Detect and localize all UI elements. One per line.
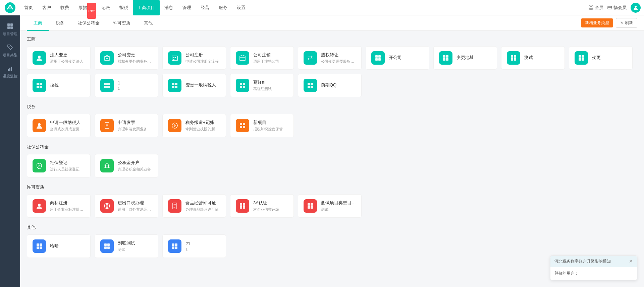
- card-0-9[interactable]: 拉拉: [27, 74, 91, 97]
- card-3-0[interactable]: 商标注册用于企业商标注册服务: [27, 194, 91, 218]
- card-name-0-7: 测试: [524, 55, 559, 61]
- card-icon-0-5: [371, 51, 385, 65]
- card-icon-2-0: [33, 159, 46, 172]
- card-name-4-1: 刘聪测试: [118, 240, 153, 246]
- card-name-0-6: 变更地址: [457, 55, 491, 61]
- card-0-1[interactable]: 公司变更股权变更外的业务变更: [95, 46, 158, 70]
- card-3-3[interactable]: 3A认证对企业信誉评级: [230, 194, 294, 218]
- card-3-4[interactable]: 测试项目类型目定义测试: [298, 194, 362, 218]
- card-name-0-9: 拉拉: [50, 82, 85, 88]
- card-0-7[interactable]: 测试: [501, 46, 565, 70]
- card-2-0[interactable]: 社保登记进行人员社保登记: [27, 154, 91, 177]
- card-1-2[interactable]: 税务报道+记账拿到营业执照的新公司: [162, 114, 226, 137]
- nav-service[interactable]: 服务: [214, 0, 232, 15]
- svg-rect-46: [172, 83, 174, 85]
- notification-header: 河北税务数字账户升级影响通知 ✕: [550, 256, 637, 267]
- card-0-11[interactable]: 变更一般纳税人: [162, 74, 226, 97]
- card-icon-3-0: [33, 199, 46, 213]
- nav-home[interactable]: 首页: [19, 0, 38, 15]
- svg-rect-74: [243, 206, 245, 209]
- card-name-0-4: 股权转让: [321, 52, 356, 58]
- add-type-button[interactable]: 新增业务类型: [581, 18, 613, 27]
- sidebar-item-project-type[interactable]: 项目类型: [0, 40, 20, 61]
- svg-point-68: [38, 204, 41, 206]
- tab-tax[interactable]: 税务: [49, 15, 71, 31]
- card-4-2[interactable]: 211: [162, 234, 226, 258]
- nav-settings[interactable]: 设置: [232, 0, 250, 15]
- card-name-0-2: 公司注册: [185, 52, 220, 58]
- card-icon-4-0: [33, 239, 46, 253]
- nav-manage[interactable]: 管理: [178, 0, 196, 15]
- chart-icon: [6, 64, 14, 72]
- fullscreen-button[interactable]: 全屏: [589, 5, 603, 11]
- sidebar-item-progress[interactable]: 进度监控: [0, 61, 20, 82]
- card-0-6[interactable]: 变更地址: [433, 46, 497, 70]
- card-desc-2-1: 办理公积金相关业务: [118, 167, 153, 172]
- svg-rect-88: [175, 243, 177, 246]
- cards-grid-4: 哈哈刘聪测试测试211: [27, 234, 637, 258]
- card-0-13[interactable]: 前期QQ: [298, 74, 362, 97]
- nav-business[interactable]: 工商项目: [133, 0, 160, 15]
- card-0-5[interactable]: 开公司: [366, 46, 429, 70]
- svg-rect-90: [175, 246, 177, 249]
- nav-client[interactable]: 客户: [38, 0, 56, 15]
- svg-rect-48: [172, 86, 174, 88]
- svg-rect-31: [514, 55, 516, 58]
- card-1-1[interactable]: 申请发票办理申请发票业务: [95, 114, 158, 137]
- card-4-1[interactable]: 刘聪测试测试: [95, 234, 158, 258]
- card-0-8[interactable]: 变更: [569, 46, 633, 70]
- card-3-2[interactable]: 食品经营许可证办理食品经营许可证: [162, 194, 226, 218]
- card-icon-3-3: [236, 199, 249, 213]
- svg-rect-14: [11, 67, 12, 71]
- card-icon-3-1: [100, 199, 114, 213]
- nav-bookkeeping[interactable]: 记账: [97, 0, 115, 15]
- nav-fee[interactable]: 收费: [56, 0, 74, 15]
- card-icon-4-1: [100, 239, 114, 253]
- svg-rect-50: [240, 83, 242, 85]
- svg-rect-22: [375, 55, 378, 58]
- svg-rect-64: [243, 126, 245, 128]
- tab-business[interactable]: 工商: [27, 15, 49, 31]
- card-2-1[interactable]: 公积金开户办理公积金相关业务: [95, 154, 158, 177]
- card-desc-3-4: 测试: [321, 207, 356, 212]
- vip-button[interactable]: 畅会员: [607, 5, 627, 11]
- tabs-actions: 新增业务类型 ↻ 刷新: [581, 18, 637, 28]
- card-1-3[interactable]: 新项目报税加税控盘保管: [230, 114, 294, 137]
- user-avatar[interactable]: [631, 3, 641, 13]
- sidebar-item-project-manage[interactable]: 项目管理: [0, 19, 20, 40]
- card-0-0[interactable]: 法人变更适用于公司变更法人: [27, 46, 91, 70]
- svg-rect-37: [582, 58, 584, 61]
- svg-rect-21: [240, 56, 245, 61]
- refresh-button[interactable]: ↻ 刷新: [616, 18, 637, 28]
- card-4-0[interactable]: 哈哈: [27, 234, 91, 258]
- nav-right: 全屏 畅会员: [589, 3, 641, 13]
- tab-license[interactable]: 许可资质: [106, 15, 137, 31]
- svg-rect-71: [240, 203, 242, 206]
- card-0-10[interactable]: 11: [95, 74, 158, 97]
- svg-rect-41: [40, 86, 42, 88]
- card-0-2[interactable]: 公司注册申请公司注册全流程: [162, 46, 226, 70]
- svg-rect-55: [311, 83, 313, 85]
- card-name-0-3: 公司注销: [253, 52, 288, 58]
- card-icon-1-0: [33, 119, 46, 132]
- card-0-3[interactable]: 公司注销适用于注销公司: [230, 46, 294, 70]
- card-0-12[interactable]: 葛红红葛红红测试: [230, 74, 294, 97]
- card-name-0-5: 开公司: [389, 55, 424, 61]
- card-name-0-12: 葛红红: [253, 79, 288, 85]
- cards-grid-2: 社保登记进行人员社保登记公积金开户办理公积金相关业务: [27, 154, 637, 177]
- svg-rect-7: [7, 23, 10, 26]
- svg-rect-45: [107, 86, 110, 88]
- card-info-3-1: 进出口权办理适用于对外贸易经营者: [118, 200, 153, 212]
- card-3-1[interactable]: 进出口权办理适用于对外贸易经营者: [95, 194, 158, 218]
- notification-close-button[interactable]: ✕: [629, 259, 633, 264]
- nav-ticket[interactable]: 票据 new: [74, 0, 97, 15]
- card-0-4[interactable]: 股权转让公司变更需要股权转让: [298, 46, 362, 70]
- nav-tax[interactable]: 报税: [115, 0, 133, 15]
- svg-rect-61: [240, 123, 242, 125]
- top-nav: 首页 客户 收费 票据 new 记账 报税 工商项目 消息 管理 经营 服务 设…: [0, 0, 644, 15]
- card-1-0[interactable]: 申请一般纳税人当月或次月成变更完成: [27, 114, 91, 137]
- nav-message[interactable]: 消息: [160, 0, 178, 15]
- tab-other[interactable]: 其他: [137, 15, 159, 31]
- svg-rect-85: [104, 246, 107, 249]
- nav-operation[interactable]: 经营: [196, 0, 214, 15]
